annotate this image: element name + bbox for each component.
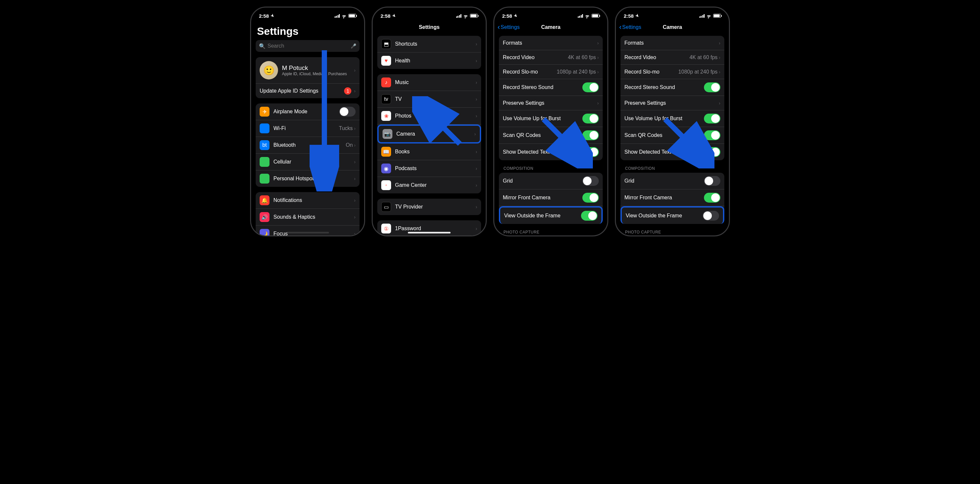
toggle-scan-qr-codes[interactable]	[582, 130, 599, 140]
chevron-left-icon: ‹	[498, 24, 500, 31]
back-button[interactable]: ‹ Settings	[498, 24, 520, 31]
settings-row-notifications[interactable]: 🔔 Notifications ›	[256, 192, 360, 209]
search-bar[interactable]: 🔍 🎤	[256, 40, 360, 52]
camera-row-preserve-settings[interactable]: Preserve Settings›	[499, 96, 603, 110]
settings-row-focus[interactable]: 🌙 Focus ›	[256, 225, 360, 235]
settings-row-health[interactable]: ♥ Health ›	[377, 52, 481, 69]
camera-row-scan-qr-codes[interactable]: Scan QR Codes	[620, 127, 724, 144]
row-label: Record Stereo Sound	[624, 84, 704, 90]
toggle-view-outside-the-frame[interactable]	[703, 211, 719, 221]
camera-row-show-detected-text[interactable]: Show Detected Text	[499, 144, 603, 160]
toggle-show-detected-text[interactable]	[582, 147, 599, 157]
focus-icon: 🌙	[259, 229, 269, 235]
camera-row-formats[interactable]: Formats›	[620, 36, 724, 50]
settings-row-cellular[interactable]: Cellular ›	[256, 154, 360, 170]
chevron-right-icon: ›	[354, 143, 356, 148]
camera-row-record-video[interactable]: Record Video4K at 60 fps›	[620, 50, 724, 65]
camera-row-view-outside-the-frame[interactable]: View Outside the Frame	[499, 206, 603, 224]
location-icon: ➤	[513, 13, 519, 19]
update-apple-id-row[interactable]: Update Apple ID Settings 1 ›	[256, 84, 360, 98]
row-label: Use Volume Up for Burst	[503, 116, 582, 122]
settings-row-airplane-mode[interactable]: ✈︎ Airplane Mode	[256, 103, 360, 120]
chevron-right-icon: ›	[719, 69, 721, 75]
row-label: Sounds & Haptics	[274, 214, 354, 220]
status-time: 2:58	[380, 13, 390, 19]
settings-row-bluetooth[interactable]: bt Bluetooth On›	[256, 137, 360, 154]
toggle-show-detected-text[interactable]	[704, 147, 721, 157]
row-label: Record Slo-mo	[503, 69, 557, 75]
toggle-record-stereo-sound[interactable]	[704, 83, 721, 92]
camera-row-grid[interactable]: Grid	[620, 173, 724, 189]
row-label: Show Detected Text	[503, 149, 582, 155]
camera-row-preserve-settings[interactable]: Preserve Settings›	[620, 96, 724, 110]
row-label: Bluetooth	[274, 142, 346, 148]
home-indicator[interactable]	[408, 232, 450, 233]
shortcuts-icon: ⬒	[381, 39, 391, 49]
row-detail: 4K at 60 fps	[689, 54, 718, 60]
search-input[interactable]	[267, 43, 349, 49]
chevron-right-icon: ›	[719, 40, 721, 46]
camera-row-use-volume-up-for-burst[interactable]: Use Volume Up for Burst	[499, 110, 603, 127]
settings-row-podcasts[interactable]: ◉ Podcasts ›	[377, 160, 481, 177]
wifi-icon	[463, 14, 468, 18]
camera-row-grid[interactable]: Grid	[499, 173, 603, 189]
status-time: 2:58	[502, 13, 512, 19]
camera-row-mirror-front-camera[interactable]: Mirror Front Camera	[499, 189, 603, 206]
section-header-composition: COMPOSITION	[503, 166, 603, 171]
notch	[403, 8, 455, 17]
settings-row-camera[interactable]: 📷 Camera ›	[377, 124, 481, 143]
camera-row-show-detected-text[interactable]: Show Detected Text	[620, 144, 724, 160]
settings-row-sounds-&-haptics[interactable]: 🔊 Sounds & Haptics ›	[256, 209, 360, 225]
notifications-icon: 🔔	[259, 195, 269, 205]
home-indicator[interactable]	[286, 232, 329, 233]
mic-icon[interactable]: 🎤	[351, 43, 356, 49]
camera-row-record-stereo-sound[interactable]: Record Stereo Sound	[499, 79, 603, 96]
toggle-grid[interactable]	[704, 176, 721, 186]
toggle-view-outside-the-frame[interactable]	[581, 211, 597, 221]
settings-row-personal-hotspot[interactable]: Personal Hotspot ›	[256, 170, 360, 187]
toggle-mirror-front-camera[interactable]	[582, 193, 599, 203]
row-label: Mirror Front Camera	[624, 195, 704, 201]
toggle-record-stereo-sound[interactable]	[582, 83, 599, 92]
camera-row-formats[interactable]: Formats›	[499, 36, 603, 50]
battery-icon	[592, 14, 600, 18]
back-button[interactable]: ‹ Settings	[619, 24, 641, 31]
row-detail: On	[346, 142, 353, 148]
camera-row-use-volume-up-for-burst[interactable]: Use Volume Up for Burst	[620, 110, 724, 127]
toggle-grid[interactable]	[582, 176, 599, 186]
chevron-right-icon: ›	[719, 55, 721, 60]
camera-row-record-stereo-sound[interactable]: Record Stereo Sound	[620, 79, 724, 96]
toggle-scan-qr-codes[interactable]	[704, 130, 721, 140]
settings-row-shortcuts[interactable]: ⬒ Shortcuts ›	[377, 36, 481, 52]
row-label: Airplane Mode	[274, 109, 339, 114]
camera-row-record-video[interactable]: Record Video4K at 60 fps›	[499, 50, 603, 65]
settings-row-tv-provider[interactable]: ▭ TV Provider ›	[377, 198, 481, 215]
notch	[648, 8, 697, 17]
settings-row-music[interactable]: ♪ Music ›	[377, 74, 481, 91]
settings-row-tv[interactable]: tv TV ›	[377, 91, 481, 108]
settings-row-books[interactable]: 📖 Books ›	[377, 143, 481, 160]
section-header-photo-capture: PHOTO CAPTURE	[503, 230, 603, 235]
settings-row-photos[interactable]: ❀ Photos ›	[377, 108, 481, 124]
chevron-right-icon: ›	[476, 97, 477, 102]
notch	[283, 8, 332, 17]
toggle-airplane-mode[interactable]	[339, 107, 356, 117]
apple-id-row[interactable]: 🙂 M Potuck Apple ID, iCloud, Media & Pur…	[256, 57, 360, 84]
camera-row-mirror-front-camera[interactable]: Mirror Front Camera	[620, 189, 724, 206]
chevron-right-icon: ›	[476, 80, 477, 85]
camera-row-view-outside-the-frame[interactable]: View Outside the Frame	[620, 206, 724, 224]
camera-icon: 📷	[383, 129, 392, 139]
settings-row-game-center[interactable]: ◦ Game Center ›	[377, 177, 481, 194]
camera-row-record-slo-mo[interactable]: Record Slo-mo1080p at 240 fps›	[620, 65, 724, 79]
chevron-right-icon: ›	[354, 88, 356, 94]
toggle-use-volume-up-for-burst[interactable]	[582, 114, 599, 124]
row-label: Grid	[503, 178, 582, 184]
toggle-mirror-front-camera[interactable]	[704, 193, 721, 203]
badge: 1	[344, 87, 351, 95]
camera-row-scan-qr-codes[interactable]: Scan QR Codes	[499, 127, 603, 144]
toggle-use-volume-up-for-burst[interactable]	[704, 114, 721, 124]
camera-row-record-slo-mo[interactable]: Record Slo-mo1080p at 240 fps›	[499, 65, 603, 79]
row-detail: 4K at 60 fps	[568, 54, 596, 60]
settings-row-wi-fi[interactable]: Wi-Fi Tucks›	[256, 120, 360, 137]
chevron-right-icon: ›	[597, 40, 599, 46]
